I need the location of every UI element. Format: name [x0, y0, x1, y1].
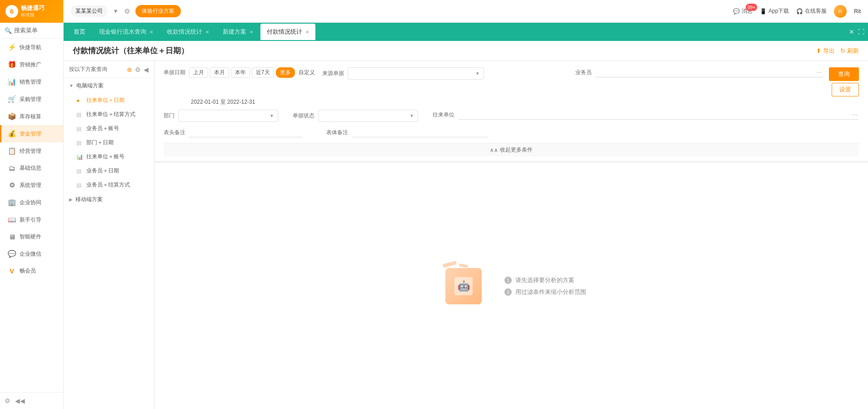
scheme-unit-date-icon: ●: [76, 97, 84, 104]
date-btn-last-month[interactable]: 上月: [189, 67, 208, 78]
sidebar-item-member[interactable]: V 畅会员: [0, 263, 63, 279]
header-note-label: 表头备注: [164, 129, 185, 136]
body-note-input[interactable]: [352, 127, 488, 137]
page-actions: ⬆ 导出 ↻ 刷新: [816, 47, 859, 55]
sidebar-item-operation[interactable]: 📋 经营管理: [0, 142, 63, 160]
date-btn-more[interactable]: 更多: [276, 67, 295, 78]
collapse-scheme-icon[interactable]: ◀: [144, 66, 149, 73]
scheme-unit-account-label: 往来单位＋账号: [86, 153, 125, 161]
marketing-icon: 🎁: [8, 61, 16, 69]
user-avatar[interactable]: R: [834, 5, 847, 18]
sidebar-item-quick-nav[interactable]: ⚡ 快捷导航: [0, 39, 63, 56]
header-note-input[interactable]: [189, 127, 303, 137]
app-label: App下载: [768, 7, 789, 15]
date-btn-this-month[interactable]: 本月: [210, 67, 229, 78]
export-icon: ⬆: [816, 47, 821, 54]
scheme-salesperson-date[interactable]: ▤ 业务员＋日期: [64, 164, 154, 178]
salesperson-filter-group: 业务员 ···: [575, 67, 823, 77]
tab-receipt-close-icon[interactable]: ✕: [205, 30, 209, 35]
sidebar-item-inventory[interactable]: 📦 库存核算: [0, 108, 63, 125]
source-select-arrow: ▼: [475, 71, 480, 76]
empty-tip-1: 1 请先选择要分析的方案: [504, 276, 586, 284]
sales-icon: 📊: [8, 78, 16, 86]
source-filter-label: 来源单据: [322, 70, 344, 77]
account-selector[interactable]: 某某某公司: [71, 5, 107, 17]
tab-payment[interactable]: 付款情况统计 ✕: [260, 24, 315, 40]
tab-new-scheme-close-icon[interactable]: ✕: [249, 30, 253, 35]
scheme-unit-account[interactable]: 📊 往来单位＋账号: [64, 150, 154, 164]
scheme-dept-date[interactable]: ▤ 部门＋日期: [64, 136, 154, 150]
message-badge: 99+: [746, 4, 757, 11]
wechat-icon: 💬: [8, 250, 16, 258]
mobile-group-header[interactable]: ▶ 移动端方案: [64, 192, 154, 207]
sidebar-item-purchase[interactable]: 🛒 采购管理: [0, 91, 63, 108]
partner-ellipsis-icon[interactable]: ···: [852, 111, 857, 118]
online-service-btn[interactable]: 🎧 在线客服: [796, 7, 827, 15]
partner-input[interactable]: ···: [458, 110, 859, 120]
tab-bank-close-icon[interactable]: ✕: [150, 30, 153, 35]
source-select[interactable]: ▼: [348, 67, 484, 80]
settings-header-icon[interactable]: ⚙: [124, 7, 130, 15]
sidebar-search[interactable]: 🔍 搜索菜单: [0, 23, 63, 39]
sidebar-item-marketing[interactable]: 🎁 营销推广: [0, 56, 63, 73]
sidebar-item-sales[interactable]: 📊 销售管理: [0, 73, 63, 91]
service-icon: 🎧: [796, 8, 803, 15]
message-btn[interactable]: 💬 消息 99+: [733, 7, 753, 15]
scheme-salesperson-account[interactable]: ▤ 业务员＋账号: [64, 121, 154, 136]
message-icon: 💬: [733, 8, 740, 15]
salesperson-ellipsis-icon[interactable]: ···: [817, 69, 822, 76]
tab-payment-close-icon[interactable]: ✕: [305, 30, 309, 35]
sidebar-item-label: 资金管理: [20, 130, 41, 138]
scheme-unit-settle[interactable]: ▤ 往来单位＋结算方式: [64, 107, 154, 121]
trial-btn[interactable]: 体验行业方案: [135, 5, 181, 17]
export-btn[interactable]: ⬆ 导出: [816, 47, 835, 55]
sidebar-item-label: 企业微信: [20, 250, 41, 258]
close-tab-icon[interactable]: ✕: [849, 28, 854, 35]
fullscreen-icon[interactable]: ⛶: [858, 28, 864, 35]
tab-bar-actions: ✕ ⛶: [849, 28, 864, 35]
doc-status-select[interactable]: ▼: [318, 110, 418, 122]
dept-select[interactable]: ▼: [178, 110, 278, 122]
date-btn-this-year[interactable]: 本年: [231, 67, 250, 78]
doc-status-select-arrow: ▼: [409, 113, 414, 118]
tip-num-1: 1: [504, 277, 512, 284]
account-dropdown-icon[interactable]: ▼: [113, 8, 119, 15]
sidebar-item-label: 营销推广: [20, 61, 41, 69]
sidebar-item-hardware[interactable]: 🖥 智能硬件: [0, 228, 63, 245]
tab-bank[interactable]: 现金银行流水查询 ✕: [93, 24, 160, 40]
system-icon: ⚙: [8, 181, 16, 189]
custom-label[interactable]: 自定义: [299, 69, 315, 76]
body-note-label: 表体备注: [326, 129, 348, 136]
scheme-salesperson-date-label: 业务员＋日期: [86, 167, 119, 175]
query-btn[interactable]: 查询: [829, 67, 859, 81]
refresh-btn[interactable]: ↻ 刷新: [840, 47, 859, 55]
collapse-more-btn[interactable]: ∧∧ 收起更多条件: [164, 143, 859, 157]
operation-icon: 📋: [8, 147, 16, 155]
add-scheme-icon[interactable]: ⊕: [127, 66, 132, 73]
gear-scheme-icon[interactable]: ⚙: [135, 66, 141, 73]
sidebar-item-finance[interactable]: 💰 资金管理: [0, 125, 63, 142]
settings-btn[interactable]: 设置: [832, 83, 859, 96]
tab-receipt[interactable]: 收款情况统计 ✕: [160, 24, 215, 40]
sidebar-item-enterprise[interactable]: 🏢 企业协同: [0, 194, 63, 211]
tab-home[interactable]: 首页: [67, 24, 92, 40]
scheme-unit-date[interactable]: ● 往来单位＋日期: [64, 93, 154, 107]
right-panel: 单据日期 上月 本月 本年 近7天 更多 自定义 来源单据: [155, 61, 868, 409]
tab-new-scheme[interactable]: 新建方案 ✕: [216, 24, 259, 40]
sidebar-item-system[interactable]: ⚙ 系统管理: [0, 177, 63, 194]
sidebar-item-wechat[interactable]: 💬 企业微信: [0, 245, 63, 263]
app-download-btn[interactable]: 📱 App下载: [760, 7, 789, 15]
page-title: 付款情况统计（往来单位＋日期）: [73, 45, 189, 56]
salesperson-input[interactable]: ···: [595, 67, 823, 77]
date-btn-7days[interactable]: 近7天: [252, 67, 274, 78]
settings-footer-icon[interactable]: ⚙: [5, 397, 10, 404]
sidebar-item-guide[interactable]: 📖 新手引导: [0, 211, 63, 228]
date-range-display: 2022-01-01 至 2022-12-31: [191, 98, 859, 106]
tab-bank-label: 现金银行流水查询: [99, 28, 146, 36]
desktop-group-header[interactable]: ▼ 电脑端方案: [64, 78, 154, 93]
app-header: 某某某公司 ▼ ⚙ 体验行业方案 💬 消息 99+ 📱 App下载 🎧 在线客服…: [64, 0, 868, 23]
collapse-sidebar-icon[interactable]: ◀◀: [15, 397, 25, 404]
scheme-unit-settle-icon: ▤: [76, 111, 84, 118]
scheme-salesperson-settle[interactable]: ▤ 业务员＋结算方式: [64, 178, 154, 192]
sidebar-item-basic[interactable]: 🗂 基础信息: [0, 160, 63, 177]
